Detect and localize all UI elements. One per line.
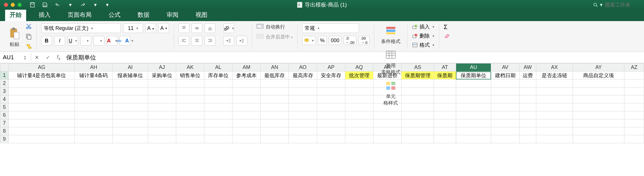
cancel-formula-button[interactable]: ✕ (31, 54, 42, 61)
cell-AW5[interactable] (519, 103, 536, 111)
cell-AL3[interactable] (204, 87, 232, 95)
cell-AL9[interactable] (204, 135, 232, 143)
cell-AK5[interactable] (176, 103, 204, 111)
cell-AK4[interactable] (176, 95, 204, 103)
cell-AP5[interactable] (317, 103, 345, 111)
cell-AV6[interactable] (491, 111, 519, 119)
cell-AP4[interactable] (317, 95, 345, 103)
align-bottom-button[interactable] (205, 23, 215, 33)
cell-AX5[interactable] (536, 103, 573, 111)
cell-AZ9[interactable] (624, 135, 644, 143)
increase-font-button[interactable]: A▴ (145, 23, 156, 33)
cell-AU8[interactable] (456, 127, 491, 135)
cell-AJ7[interactable] (148, 119, 176, 127)
cell-AV1[interactable]: 建档日期 (491, 71, 519, 79)
cell-AO3[interactable] (289, 87, 317, 95)
cell-AU2[interactable] (456, 79, 491, 87)
cell-AJ2[interactable] (148, 79, 176, 87)
name-box-stepper[interactable]: ▲▼ (24, 55, 26, 60)
cell-AS3[interactable] (402, 87, 434, 95)
align-middle-button[interactable] (192, 23, 202, 33)
font-color-button[interactable]: A (107, 36, 117, 46)
cell-AT5[interactable] (434, 103, 456, 111)
cell-AN3[interactable] (261, 87, 289, 95)
cell-AW1[interactable]: 运费 (519, 71, 536, 79)
autosum-button[interactable]: Σ (444, 23, 450, 31)
bold-button[interactable]: B (41, 36, 52, 46)
tab-page-layout[interactable]: 页面布局 (63, 9, 96, 21)
cell-AQ9[interactable] (345, 135, 373, 143)
align-center-button[interactable] (192, 36, 202, 46)
cell-AG7[interactable] (9, 119, 75, 127)
cell-AQ3[interactable] (345, 87, 373, 95)
cell-AQ2[interactable] (345, 79, 373, 87)
row-header-7[interactable]: 7 (0, 119, 9, 127)
fx-icon[interactable]: fx (53, 54, 64, 61)
cell-AL6[interactable] (204, 111, 232, 119)
align-top-button[interactable] (178, 23, 189, 33)
cell-AV9[interactable] (491, 135, 519, 143)
cell-AZ7[interactable] (624, 119, 644, 127)
cell-AO4[interactable] (289, 95, 317, 103)
cell-AY5[interactable] (573, 103, 624, 111)
cell-AL8[interactable] (204, 127, 232, 135)
cell-AH4[interactable] (75, 95, 113, 103)
save-icon[interactable] (42, 2, 48, 8)
cell-AV7[interactable] (491, 119, 519, 127)
cell-AT1[interactable]: 保质期 (434, 71, 456, 79)
cell-AQ4[interactable] (345, 95, 373, 103)
cell-AY3[interactable] (573, 87, 624, 95)
cell-AS2[interactable] (402, 79, 434, 87)
zoom-window-button[interactable] (18, 3, 22, 7)
column-header-AP[interactable]: AP (317, 64, 345, 71)
cell-AQ1[interactable]: 批次管理 (345, 71, 373, 79)
cell-AR9[interactable] (373, 135, 401, 143)
cell-AY9[interactable] (573, 135, 624, 143)
cell-AP2[interactable] (317, 79, 345, 87)
cell-AH3[interactable] (75, 87, 113, 95)
decrease-indent-button[interactable] (223, 36, 234, 46)
cell-AW6[interactable] (519, 111, 536, 119)
cell-AR8[interactable] (373, 127, 401, 135)
cell-AL1[interactable]: 库存单位 (204, 71, 232, 79)
cell-AK2[interactable] (176, 79, 204, 87)
cell-AQ7[interactable] (345, 119, 373, 127)
column-header-AZ[interactable]: AZ (624, 64, 644, 71)
cell-AS8[interactable] (402, 127, 434, 135)
row-header-5[interactable]: 5 (0, 103, 9, 111)
tab-view[interactable]: 视图 (191, 9, 212, 21)
row-header-1[interactable]: 1 (0, 71, 9, 79)
cell-AH1[interactable]: 辅计量4条码 (75, 71, 113, 79)
cell-AU3[interactable] (456, 87, 491, 95)
cell-AP9[interactable] (317, 135, 345, 143)
qat-customize-dropdown[interactable]: ▾ (105, 2, 110, 7)
cell-AX1[interactable]: 是否走冻链 (536, 71, 573, 79)
cell-AN8[interactable] (261, 127, 289, 135)
cell-AO2[interactable] (289, 79, 317, 87)
cell-AV5[interactable] (491, 103, 519, 111)
row-header-4[interactable]: 4 (0, 95, 9, 103)
cell-AW8[interactable] (519, 127, 536, 135)
column-header-AT[interactable]: AT (434, 64, 456, 71)
cell-AZ8[interactable] (624, 127, 644, 135)
redo-dropdown[interactable]: ▾ (93, 2, 98, 7)
phonetic-button[interactable]: abcA (120, 36, 130, 46)
column-header-AN[interactable]: AN (261, 64, 289, 71)
cell-AJ5[interactable] (148, 103, 176, 111)
cell-AK7[interactable] (176, 119, 204, 127)
select-all-corner[interactable] (0, 64, 9, 71)
delete-cells-button[interactable]: ×删除 (412, 32, 434, 39)
cell-AN6[interactable] (261, 111, 289, 119)
column-header-AK[interactable]: AK (176, 64, 204, 71)
cell-AI7[interactable] (113, 119, 148, 127)
cell-AN9[interactable] (261, 135, 289, 143)
cell-AM2[interactable] (232, 79, 261, 87)
cell-AG3[interactable] (9, 87, 75, 95)
column-header-AU[interactable]: AU (456, 64, 491, 71)
cell-AN5[interactable] (261, 103, 289, 111)
cell-AI6[interactable] (113, 111, 148, 119)
underline-button[interactable]: U (67, 36, 78, 46)
cell-AN7[interactable] (261, 119, 289, 127)
cell-AU1[interactable]: 保质期单位 (456, 71, 491, 79)
cell-AG9[interactable] (9, 135, 75, 143)
